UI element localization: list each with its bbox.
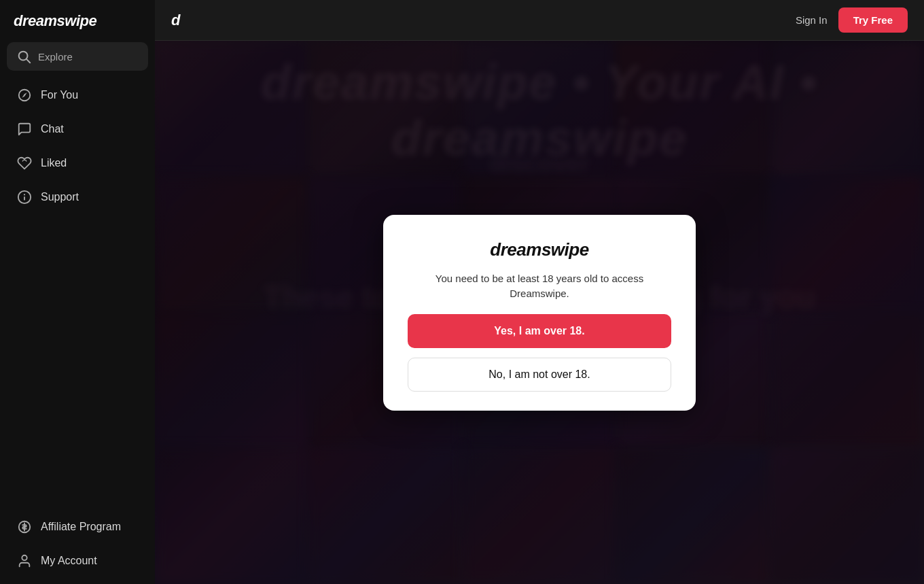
compass-icon	[16, 87, 33, 103]
affiliate-label: Affiliate Program	[41, 521, 121, 533]
svg-marker-3	[22, 92, 26, 97]
explore-button[interactable]: Explore	[7, 42, 148, 71]
svg-point-8	[22, 555, 26, 560]
liked-label: Liked	[41, 157, 67, 169]
sidebar: dreamswipe Explore For You	[0, 0, 155, 584]
age-verification-overlay: dreamswipe You need to be at least 18 ye…	[155, 41, 924, 584]
person-icon	[16, 553, 33, 569]
dollar-icon	[16, 519, 33, 535]
main-content: d Sign In Try Free	[155, 0, 924, 584]
tryfree-button[interactable]: Try Free	[838, 7, 908, 33]
svg-line-1	[26, 59, 30, 63]
support-label: Support	[41, 191, 79, 203]
chat-icon	[16, 121, 33, 137]
age-verification-modal: dreamswipe You need to be at least 18 ye…	[383, 215, 696, 411]
sidebar-item-for-you[interactable]: For You	[7, 79, 148, 111]
topbar: d Sign In Try Free	[155, 0, 924, 41]
content-area: dreamswipe • Your AI • dreamswipe discov…	[155, 41, 924, 584]
sidebar-nav: For You Chat Liked	[0, 76, 155, 216]
yes-over-18-button[interactable]: Yes, I am over 18.	[408, 314, 671, 348]
no-not-over-18-button[interactable]: No, I am not over 18.	[408, 358, 671, 392]
chat-label: Chat	[41, 123, 64, 135]
info-icon	[16, 189, 33, 205]
search-icon	[16, 49, 31, 64]
sidebar-item-liked[interactable]: Liked	[7, 147, 148, 179]
explore-label: Explore	[38, 51, 73, 63]
for-you-label: For You	[41, 89, 78, 101]
sidebar-bottom: Affiliate Program My Account	[0, 504, 155, 584]
sidebar-item-affiliate[interactable]: Affiliate Program	[7, 511, 148, 543]
sidebar-item-support[interactable]: Support	[7, 181, 148, 213]
signin-button[interactable]: Sign In	[796, 14, 828, 26]
heart-icon	[16, 155, 33, 171]
sidebar-logo[interactable]: dreamswipe	[0, 0, 155, 39]
modal-message: You need to be at least 18 years old to …	[408, 271, 671, 302]
sidebar-item-chat[interactable]: Chat	[7, 113, 148, 145]
modal-logo: dreamswipe	[490, 239, 588, 260]
sidebar-item-account[interactable]: My Account	[7, 545, 148, 577]
account-label: My Account	[41, 555, 97, 567]
topbar-logo: d	[171, 12, 180, 29]
